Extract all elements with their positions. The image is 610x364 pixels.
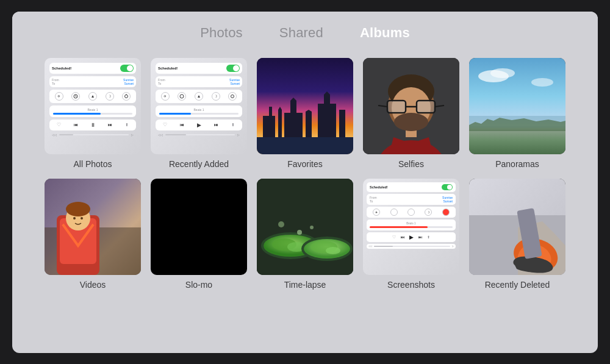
- thumb-ios-1: Scheduled! From Sunrise To Sunset: [45, 58, 141, 154]
- thumb-ios-3: Scheduled! From Sunrise To Sunset: [363, 179, 459, 275]
- svg-rect-6: [257, 137, 353, 154]
- svg-point-32: [73, 217, 76, 219]
- album-slomo[interactable]: Slo-mo: [151, 179, 247, 290]
- tab-photos[interactable]: Photos: [200, 25, 243, 41]
- thumb-black: [151, 179, 247, 275]
- album-recently-added[interactable]: Scheduled! From Sunrise To Sunset: [151, 58, 247, 169]
- album-label-screenshots: Screenshots: [387, 280, 435, 290]
- album-thumb-recently-deleted: [469, 179, 565, 275]
- album-label-all-photos: All Photos: [73, 159, 112, 169]
- album-label-selfies: Selfies: [398, 159, 424, 169]
- svg-point-13: [394, 113, 428, 131]
- album-thumb-favorites: [257, 58, 353, 154]
- album-label-favorites: Favorites: [287, 159, 323, 169]
- svg-point-3: [180, 95, 184, 98]
- album-thumb-timelapse: [257, 179, 353, 275]
- album-thumb-slomo: [151, 179, 247, 275]
- svg-point-44: [297, 230, 302, 235]
- album-panoramas[interactable]: Panoramas: [469, 58, 565, 169]
- albums-row-2: Videos Slo-mo: [46, 179, 564, 290]
- album-screenshots[interactable]: Scheduled! From Sunrise To Sunset: [363, 179, 459, 290]
- thumb-face: [363, 58, 459, 154]
- svg-rect-35: [257, 179, 353, 275]
- album-timelapse[interactable]: Time-lapse: [257, 179, 353, 290]
- svg-rect-18: [417, 101, 434, 112]
- svg-point-4: [231, 95, 234, 98]
- tab-bar: Photos Shared Albums: [12, 12, 598, 52]
- svg-point-24: [490, 68, 515, 78]
- album-thumb-videos: [45, 179, 141, 275]
- svg-point-1: [125, 95, 128, 98]
- album-recently-deleted[interactable]: Recently Deleted: [469, 179, 565, 290]
- thumb-ios-2: Scheduled! From Sunrise To Sunset: [151, 58, 247, 154]
- album-all-photos[interactable]: Scheduled! From Sunrise To Sunset: [45, 58, 141, 169]
- svg-point-33: [81, 217, 83, 219]
- album-label-recently-added: Recently Added: [169, 159, 229, 169]
- svg-point-45: [310, 226, 314, 229]
- album-videos[interactable]: Videos: [45, 179, 141, 290]
- album-label-recently-deleted: Recently Deleted: [485, 280, 550, 290]
- album-favorites[interactable]: Favorites: [257, 58, 353, 169]
- tab-shared[interactable]: Shared: [279, 25, 323, 41]
- album-label-videos: Videos: [80, 280, 106, 290]
- albums-row-1: Scheduled! From Sunrise To Sunset: [46, 58, 564, 169]
- album-thumb-recently-added: Scheduled! From Sunrise To Sunset: [151, 58, 247, 154]
- album-thumb-all-photos: Scheduled! From Sunrise To Sunset: [45, 58, 141, 154]
- svg-rect-17: [388, 101, 405, 112]
- app-frame: Photos Shared Albums Scheduled! From: [12, 12, 598, 353]
- thumb-sunset: [257, 58, 353, 154]
- svg-point-46: [278, 221, 284, 227]
- album-thumb-selfies: [363, 58, 459, 154]
- album-label-timelapse: Time-lapse: [284, 280, 326, 290]
- album-label-slomo: Slo-mo: [185, 280, 212, 290]
- tab-albums[interactable]: Albums: [360, 25, 410, 41]
- svg-point-25: [531, 78, 553, 87]
- album-label-panoramas: Panoramas: [495, 159, 539, 169]
- album-selfies[interactable]: Selfies: [363, 58, 459, 169]
- svg-point-31: [66, 202, 90, 216]
- svg-point-43: [326, 247, 340, 254]
- album-thumb-screenshots: Scheduled! From Sunrise To Sunset: [363, 179, 459, 275]
- albums-grid: Scheduled! From Sunrise To Sunset: [12, 52, 598, 353]
- album-thumb-panoramas: [469, 58, 565, 154]
